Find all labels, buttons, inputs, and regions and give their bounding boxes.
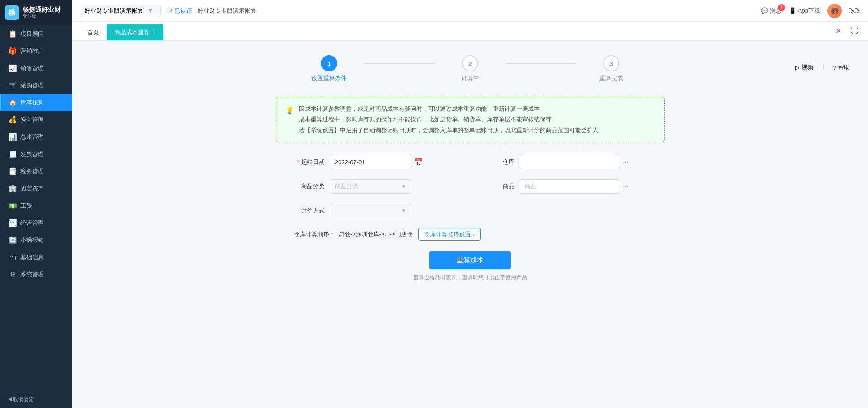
unpin-label: ◀取消固定 <box>7 396 34 403</box>
start-date-input[interactable] <box>330 155 411 169</box>
marketing-icon: 🎁 <box>9 47 17 55</box>
step-2-num: 2 <box>468 60 472 67</box>
sidebar-item-xiaochangbaoxiao[interactable]: 🔄 小畅报销 <box>0 232 72 249</box>
sidebar-item-xiaoshou[interactable]: 📈 销售管理 <box>0 60 72 77</box>
phone-icon: 📱 <box>789 7 796 14</box>
warehouse-order-value: 总仓->深圳仓库->...->门店仓 <box>339 230 413 238</box>
sidebar-item-kucun[interactable]: 🏠 库存核算 <box>0 94 72 111</box>
tab-home[interactable]: 首页 <box>80 24 107 40</box>
sidebar-item-gongzi[interactable]: 💵 工资 <box>0 197 72 214</box>
step-2-label: 计算中 <box>462 74 479 82</box>
warehouse-more-icon[interactable]: ··· <box>622 157 629 167</box>
account-selector[interactable]: 好业财专业版演示帐套 ▼ <box>80 5 161 17</box>
project-icon: 📋 <box>9 30 17 38</box>
sidebar-item-caigou[interactable]: 🛒 采购管理 <box>0 77 72 94</box>
sidebar-title: 畅捷通好业财 <box>23 6 61 14</box>
warehouse-order-row: 仓库计算顺序： 总仓->深圳仓库->...->门店仓 仓库计算顺序设置 › <box>285 228 656 241</box>
step-1-circle: 1 <box>321 55 337 71</box>
tab-cost-recalc[interactable]: 商品成本重算 × <box>107 24 163 40</box>
sidebar-item-label: 项目顾问 <box>20 30 44 38</box>
operation-icon: 📉 <box>9 219 17 227</box>
finance-icon: 💰 <box>9 116 17 124</box>
calendar-icon[interactable]: 📅 <box>414 158 423 166</box>
user-avatar[interactable]: 🐻 <box>827 4 842 18</box>
sidebar-item-label: 小畅报销 <box>20 236 44 244</box>
chevron-down-icon: ▼ <box>148 8 153 14</box>
account-name: 好业财专业版演示帐套 <box>85 7 143 15</box>
verified-label: 已认证 <box>175 7 192 15</box>
salary-icon: 💵 <box>9 202 17 210</box>
goods-more-icon[interactable]: ··· <box>622 182 629 191</box>
form-row-3: 计价方式 ▼ <box>285 204 656 218</box>
app-download-label: App下载 <box>798 7 820 15</box>
sidebar-item-label: 基础信息 <box>20 253 44 261</box>
sidebar-item-fapiao[interactable]: 🧾 发票管理 <box>0 146 72 163</box>
warehouse-label: 仓库 <box>484 158 520 166</box>
goods-placeholder: 商品 <box>525 182 537 190</box>
form-section: 起始日期 📅 仓库 ··· <box>276 155 665 281</box>
maximize-button[interactable]: ⛶ <box>848 25 861 38</box>
sidebar-footer-unpin[interactable]: ◀取消固定 <box>0 391 72 408</box>
video-link[interactable]: ▷ 视频 <box>795 63 813 71</box>
sidebar-header: 畅 畅捷通好业财 专业版 <box>0 0 72 25</box>
category-select[interactable]: 商品分类 ▼ <box>330 179 411 194</box>
pricing-wrap: ▼ <box>330 204 484 218</box>
sidebar-item-gudingzichan[interactable]: 🏢 固定资产 <box>0 180 72 197</box>
start-date-label: 起始日期 <box>285 158 330 166</box>
close-window-button[interactable]: ✕ <box>832 25 844 38</box>
tabbar-right-actions: ✕ ⛶ <box>832 25 861 38</box>
step-3-label: 重算完成 <box>599 74 623 82</box>
tax-icon: 📑 <box>9 167 17 176</box>
warehouse-input-wrap: ··· <box>520 155 656 169</box>
sidebar-item-label: 发票管理 <box>20 150 44 158</box>
sidebar-item-label: 总账管理 <box>20 133 44 141</box>
ledger-icon: 📊 <box>9 133 17 141</box>
sidebar-item-label: 经营管理 <box>20 219 44 227</box>
close-tab-icon[interactable]: × <box>152 29 156 36</box>
sidebar-item-yingxiao[interactable]: 🎁 营销推广 <box>0 43 72 60</box>
helper-links: ▷ 视频 | ? 帮助 <box>795 63 850 71</box>
category-placeholder: 商品分类 <box>335 182 359 190</box>
form-row-1: 起始日期 📅 仓库 ··· <box>285 155 656 169</box>
sidebar-item-zongzhang[interactable]: 📊 总账管理 <box>0 128 72 146</box>
sidebar-item-zijin[interactable]: 💰 资金管理 <box>0 111 72 128</box>
asset-icon: 🏢 <box>9 185 17 193</box>
warehouse-order-btn-label: 仓库计算顺序设置 <box>424 230 471 238</box>
main-area: 好业财专业版演示帐套 ▼ 🛡 已认证 好业财专业版演示帐套 💬 消息 1 📱 A… <box>72 0 868 408</box>
notice-text: 因成本计算参数调整，或是对商品成本有疑问时，可以通过成本重算功能，重新计算一遍成… <box>299 104 599 135</box>
avatar-icon: 🐻 <box>831 7 839 14</box>
sidebar: 畅 畅捷通好业财 专业版 📋 项目顾问 🎁 营销推广 📈 销售管理 🛒 采购管理… <box>0 0 72 408</box>
stepper: 1 设置重算条件 2 计算中 3 重算完成 <box>276 55 665 82</box>
sidebar-item-label: 采购管理 <box>20 81 44 90</box>
recalc-button[interactable]: 重算成本 <box>429 251 511 269</box>
sidebar-item-label: 固定资产 <box>20 185 44 193</box>
sidebar-subtitle: 专业版 <box>23 13 61 19</box>
sidebar-brand: 畅捷通好业财 专业版 <box>23 6 61 20</box>
category-label: 商品分类 <box>285 182 330 190</box>
pricing-select[interactable]: ▼ <box>330 204 411 218</box>
sidebar-item-label: 销售管理 <box>20 64 44 72</box>
sidebar-item-xiangmu[interactable]: 📋 项目顾问 <box>0 25 72 43</box>
help-link[interactable]: ? 帮助 <box>833 63 850 71</box>
company-name: 好业财专业版演示帐套 <box>198 7 256 15</box>
sidebar-item-label: 库存核算 <box>20 99 44 107</box>
goods-input-wrap: 商品 ··· <box>520 179 656 194</box>
step-1: 1 设置重算条件 <box>294 55 364 82</box>
sidebar-item-shuiwu[interactable]: 📑 税务管理 <box>0 163 72 180</box>
sidebar-item-jingying[interactable]: 📉 经营管理 <box>0 214 72 232</box>
warehouse-order-setting-button[interactable]: 仓库计算顺序设置 › <box>418 228 481 241</box>
content-area: 1 设置重算条件 2 计算中 3 重算完成 <box>72 41 868 408</box>
chevron-right-icon: › <box>473 231 475 238</box>
warehouse-input[interactable] <box>520 155 619 169</box>
sidebar-item-jichu[interactable]: 🗃 基础信息 <box>0 249 72 266</box>
goods-input[interactable]: 商品 <box>520 179 619 194</box>
step-1-num: 1 <box>327 60 331 67</box>
sidebar-item-xitong[interactable]: ⚙ 系统管理 <box>0 266 72 283</box>
app-download-button[interactable]: 📱 App下载 <box>789 7 820 15</box>
content-inner: 1 设置重算条件 2 计算中 3 重算完成 <box>267 55 674 281</box>
message-button[interactable]: 💬 消息 1 <box>761 7 782 15</box>
goods-label: 商品 <box>484 182 520 190</box>
topbar: 好业财专业版演示帐套 ▼ 🛡 已认证 好业财专业版演示帐套 💬 消息 1 📱 A… <box>72 0 868 22</box>
step-line-1 <box>364 63 435 64</box>
warehouse-group: 仓库 ··· <box>484 155 656 169</box>
